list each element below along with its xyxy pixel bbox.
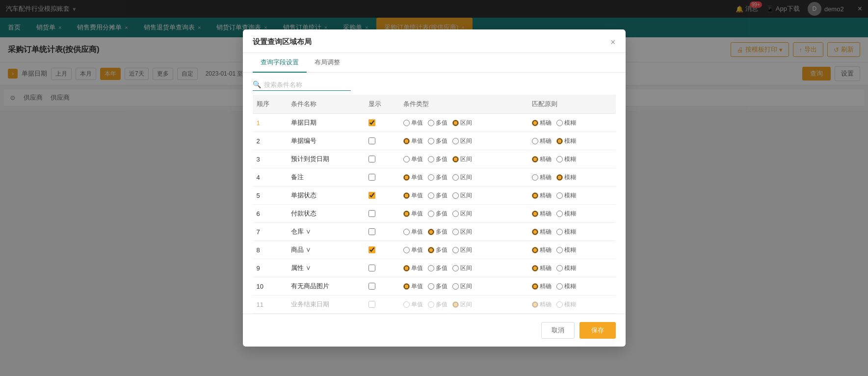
display-checkbox[interactable] <box>368 246 375 253</box>
row-match-cell: 精确模糊 <box>528 277 615 295</box>
row-condition-name: 业务结束日期 <box>287 295 365 314</box>
row-condition-name: 有无商品图片 <box>287 277 365 295</box>
table-row: 10有无商品图片单值多值区间精确模糊 <box>253 277 616 295</box>
table-row: 7仓库 ∨单值多值区间精确模糊 <box>253 223 616 241</box>
modal-tabs: 查询字段设置 布局调整 <box>243 53 626 73</box>
display-checkbox[interactable] <box>368 119 375 126</box>
row-display-checkbox-cell <box>365 223 399 241</box>
type-radio-range[interactable]: 区间 <box>452 155 472 163</box>
type-radio-range[interactable]: 区间 <box>452 264 472 272</box>
settings-modal: 设置查询区域布局 × 查询字段设置 布局调整 🔍 顺序 <box>243 29 626 347</box>
display-checkbox[interactable] <box>368 137 375 144</box>
col-type: 条件类型 <box>399 95 528 114</box>
type-radio-multi[interactable]: 多值 <box>428 173 447 182</box>
modal-overlay: 设置查询区域布局 × 查询字段设置 布局调整 🔍 顺序 <box>0 0 868 376</box>
display-checkbox[interactable] <box>368 228 375 235</box>
save-button[interactable]: 保存 <box>579 322 616 339</box>
type-radio-multi[interactable]: 多值 <box>428 228 447 236</box>
type-radio-range[interactable]: 区间 <box>452 137 472 145</box>
row-match-cell: 精确模糊 <box>528 241 615 259</box>
display-checkbox[interactable] <box>368 301 375 308</box>
match-radio-fuzzy[interactable]: 模糊 <box>556 264 576 272</box>
type-radio-multi[interactable]: 多值 <box>428 191 447 200</box>
search-input[interactable] <box>264 81 342 88</box>
type-radio-single[interactable]: 单值 <box>403 246 423 254</box>
type-radio-range[interactable]: 区间 <box>452 228 472 236</box>
match-radio-exact[interactable]: 精确 <box>532 119 552 127</box>
type-radio-range[interactable]: 区间 <box>452 119 472 127</box>
type-radio-single[interactable]: 单值 <box>403 173 423 182</box>
display-checkbox[interactable] <box>368 210 375 217</box>
display-checkbox[interactable] <box>368 265 375 271</box>
modal-table: 顺序 条件名称 显示 条件类型 匹配原则 1单据日期单值多值区间精确模糊2单据编… <box>253 95 616 314</box>
type-radio-multi[interactable]: 多值 <box>428 119 447 127</box>
type-radio-multi[interactable]: 多值 <box>428 137 447 145</box>
col-order: 顺序 <box>253 95 288 114</box>
match-radio-fuzzy[interactable]: 模糊 <box>556 228 576 236</box>
modal-tab-query-fields[interactable]: 查询字段设置 <box>253 53 307 73</box>
match-radio-exact[interactable]: 精确 <box>532 137 552 145</box>
match-radio-exact[interactable]: 精确 <box>532 300 552 309</box>
type-radio-single[interactable]: 单值 <box>403 228 423 236</box>
match-radio-exact[interactable]: 精确 <box>532 173 552 182</box>
modal-search-area: 🔍 <box>243 73 626 95</box>
type-radio-range[interactable]: 区间 <box>452 282 472 291</box>
row-condition-name: 商品 ∨ <box>287 241 365 259</box>
match-radio-fuzzy[interactable]: 模糊 <box>556 282 576 291</box>
row-order: 6 <box>253 205 288 223</box>
row-type-cell: 单值多值区间 <box>399 259 528 277</box>
type-radio-single[interactable]: 单值 <box>403 155 423 163</box>
type-radio-single[interactable]: 单值 <box>403 264 423 272</box>
type-radio-range[interactable]: 区间 <box>452 173 472 182</box>
type-radio-single[interactable]: 单值 <box>403 300 423 309</box>
match-radio-fuzzy[interactable]: 模糊 <box>556 155 576 163</box>
match-radio-exact[interactable]: 精确 <box>532 282 552 291</box>
match-radio-exact[interactable]: 精确 <box>532 155 552 163</box>
display-checkbox[interactable] <box>368 156 375 162</box>
match-radio-fuzzy[interactable]: 模糊 <box>556 300 576 309</box>
match-radio-exact[interactable]: 精确 <box>532 264 552 272</box>
match-radio-fuzzy[interactable]: 模糊 <box>556 191 576 200</box>
modal-footer: 取消 保存 <box>243 314 626 347</box>
display-checkbox[interactable] <box>368 174 375 181</box>
row-display-checkbox-cell <box>365 295 399 314</box>
cancel-button[interactable]: 取消 <box>541 322 575 339</box>
match-radio-fuzzy[interactable]: 模糊 <box>556 210 576 218</box>
match-radio-fuzzy[interactable]: 模糊 <box>556 137 576 145</box>
row-order: 9 <box>253 259 288 277</box>
match-radio-fuzzy[interactable]: 模糊 <box>556 119 576 127</box>
table-row: 11业务结束日期单值多值区间精确模糊 <box>253 295 616 314</box>
type-radio-multi[interactable]: 多值 <box>428 264 447 272</box>
match-radio-exact[interactable]: 精确 <box>532 246 552 254</box>
type-radio-multi[interactable]: 多值 <box>428 300 447 309</box>
match-radio-exact[interactable]: 精确 <box>532 191 552 200</box>
modal-tab-layout[interactable]: 布局调整 <box>307 53 348 73</box>
row-display-checkbox-cell <box>365 259 399 277</box>
match-radio-fuzzy[interactable]: 模糊 <box>556 246 576 254</box>
type-radio-single[interactable]: 单值 <box>403 191 423 200</box>
display-checkbox[interactable] <box>368 283 375 290</box>
type-radio-single[interactable]: 单值 <box>403 210 423 218</box>
row-match-cell: 精确模糊 <box>528 187 615 205</box>
type-radio-single[interactable]: 单值 <box>403 119 423 127</box>
match-radio-exact[interactable]: 精确 <box>532 210 552 218</box>
row-order: 7 <box>253 223 288 241</box>
type-radio-multi[interactable]: 多值 <box>428 246 447 254</box>
type-radio-single[interactable]: 单值 <box>403 282 423 291</box>
row-match-cell: 精确模糊 <box>528 114 615 132</box>
type-radio-range[interactable]: 区间 <box>452 246 472 254</box>
modal-close-button[interactable]: × <box>610 38 616 47</box>
type-radio-multi[interactable]: 多值 <box>428 282 447 291</box>
type-radio-single[interactable]: 单值 <box>403 137 423 145</box>
match-radio-exact[interactable]: 精确 <box>532 228 552 236</box>
type-radio-multi[interactable]: 多值 <box>428 210 447 218</box>
display-checkbox[interactable] <box>368 192 375 199</box>
type-radio-range[interactable]: 区间 <box>452 210 472 218</box>
row-display-checkbox-cell <box>365 241 399 259</box>
row-display-checkbox-cell <box>365 187 399 205</box>
search-wrap: 🔍 <box>253 79 351 91</box>
match-radio-fuzzy[interactable]: 模糊 <box>556 173 576 182</box>
type-radio-range[interactable]: 区间 <box>452 300 472 309</box>
type-radio-range[interactable]: 区间 <box>452 191 472 200</box>
type-radio-multi[interactable]: 多值 <box>428 155 447 163</box>
